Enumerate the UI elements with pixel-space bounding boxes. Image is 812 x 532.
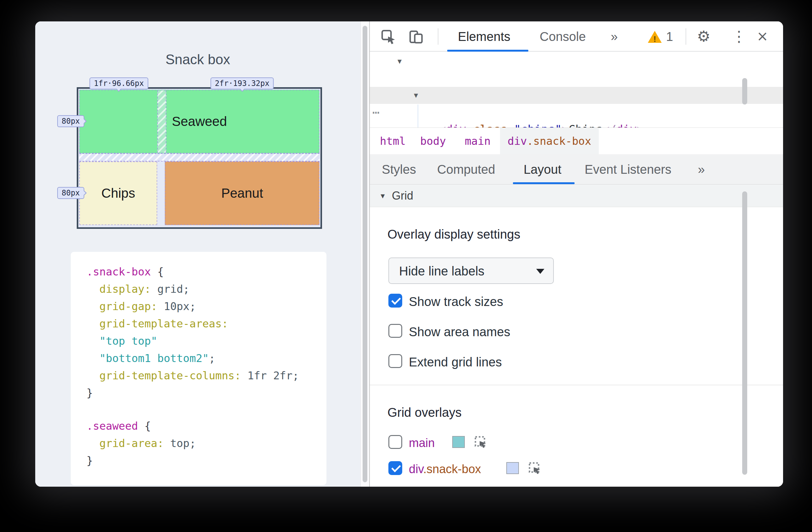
crumb-body[interactable]: body [420, 128, 446, 154]
overlay-settings-heading: Overlay display settings [388, 227, 520, 241]
show-element-icon[interactable] [474, 435, 488, 449]
overlay-color-swatch-snack-box[interactable] [506, 462, 519, 474]
seaweed-label: Seaweed [172, 114, 227, 129]
crumb-div-snack-box[interactable]: div.snack-box [500, 128, 599, 154]
page-title: Snack box [35, 52, 360, 67]
dom-scrollbar-thumb[interactable] [742, 78, 747, 104]
tab-styles[interactable]: Styles [382, 162, 416, 177]
sidebar-tabs: Styles Computed Layout Event Listeners » [370, 154, 783, 184]
layout-tab-underline [513, 182, 575, 184]
expand-arrow-icon[interactable]: ▼ [397, 53, 402, 70]
section-divider [370, 385, 783, 385]
inspect-element-icon[interactable] [380, 29, 396, 45]
warning-count[interactable]: 1 [666, 29, 673, 44]
dom-row-chips[interactable]: <div class="chips">Chips</div> [370, 104, 783, 121]
collapse-arrow-icon[interactable]: ▼ [379, 192, 386, 200]
close-icon[interactable]: × [757, 26, 768, 46]
page-pane: Snack box 1fr·96.66px 2fr·193.32px 80px … [35, 22, 360, 487]
tab-elements[interactable]: Elements [458, 29, 510, 44]
dom-row-snack-box-selected[interactable]: ⋯ ▼ <div class="snack-box">grid == $0 [370, 87, 783, 104]
tab-computed[interactable]: Computed [437, 162, 495, 177]
dom-tree: ▼ <main>grid <p>Snack box</p> ⋯ ▼ <div c… [370, 52, 783, 127]
grid-item-chips: Chips [79, 162, 157, 225]
checkbox-label[interactable]: Show area names [409, 325, 510, 339]
grid-track-label-row2: 80px [57, 187, 84, 199]
grid-track-label-row1: 80px [57, 115, 84, 127]
crumb-html[interactable]: html [380, 128, 406, 154]
dropdown-value: Hide line labels [399, 263, 484, 279]
peanut-label: Peanut [221, 186, 263, 201]
grid-track-label-col2: 2fr·193.32px [211, 78, 274, 89]
checkbox-show-area-names[interactable] [388, 324, 402, 338]
devtools-toolbar: Elements Console » ! 1 ⚙ ⋮ × [370, 22, 783, 52]
dom-row-main[interactable]: ▼ <main>grid [370, 53, 783, 70]
css-code-block: .snack-box { display: grid; grid-gap: 10… [71, 252, 327, 485]
tab-console[interactable]: Console [540, 29, 586, 44]
toolbar-divider [438, 28, 438, 45]
dom-row-peanut-clipped[interactable]: <div class="peanut">Peanut</div> [370, 121, 783, 127]
warning-icon[interactable]: ! [648, 31, 662, 43]
browser-window: Snack box 1fr·96.66px 2fr·193.32px 80px … [35, 22, 783, 487]
breadcrumb: html body main div.snack-box [370, 127, 783, 154]
grid-section-header[interactable]: ▼ Grid [370, 184, 783, 207]
device-toolbar-icon[interactable] [408, 29, 424, 45]
more-tabs-icon[interactable]: » [611, 29, 618, 44]
grid-item-peanut: Peanut [165, 162, 320, 225]
line-labels-dropdown[interactable]: Hide line labels [388, 257, 554, 284]
page-scrollbar[interactable] [360, 22, 369, 487]
more-sidebar-tabs-icon[interactable]: » [698, 162, 705, 177]
crumb-main[interactable]: main [465, 128, 491, 154]
toolbar-divider [685, 28, 686, 45]
checkbox-overlay-main[interactable] [388, 435, 402, 449]
tree-indent-guide [418, 104, 418, 127]
checkbox-extend-grid-lines[interactable] [388, 354, 402, 368]
chevron-down-icon [536, 269, 545, 274]
overlay-label-main[interactable]: main [409, 436, 435, 450]
dom-row-p[interactable]: <p>Snack box</p> [370, 70, 783, 87]
overlay-color-swatch-main[interactable] [452, 436, 465, 448]
grid-gap-row [79, 153, 320, 162]
grid-item-seaweed: Seaweed [79, 90, 320, 153]
layout-pane: Overlay display settings Hide line label… [370, 207, 783, 487]
overlay-label-snack-box[interactable]: div.snack-box [409, 462, 481, 476]
snack-box-grid: Seaweed Chips Peanut [77, 87, 322, 229]
grid-track-label-col1: 1fr·96.66px [90, 78, 148, 89]
tab-layout[interactable]: Layout [524, 162, 561, 177]
gear-icon[interactable]: ⚙ [697, 26, 710, 46]
show-element-icon[interactable] [528, 461, 542, 476]
grid-section-title: Grid [392, 188, 413, 204]
checkbox-show-track-sizes[interactable] [388, 294, 402, 308]
chips-label: Chips [101, 186, 135, 201]
devtools-panel: Elements Console » ! 1 ⚙ ⋮ × ▼ <main>gri… [369, 22, 783, 487]
expand-arrow-icon[interactable]: ▼ [414, 87, 418, 104]
tab-event-listeners[interactable]: Event Listeners [585, 162, 671, 177]
page-scrollbar-thumb[interactable] [363, 26, 367, 482]
grid-overlays-heading: Grid overlays [388, 405, 462, 420]
kebab-menu-icon[interactable]: ⋮ [731, 26, 746, 46]
checkbox-label[interactable]: Show track sizes [409, 295, 503, 309]
grid-gap-column-overlay [157, 90, 166, 153]
checkbox-label[interactable]: Extend grid lines [409, 355, 502, 369]
layout-scrollbar-thumb[interactable] [742, 192, 747, 475]
checkbox-overlay-snack-box[interactable] [388, 461, 402, 475]
